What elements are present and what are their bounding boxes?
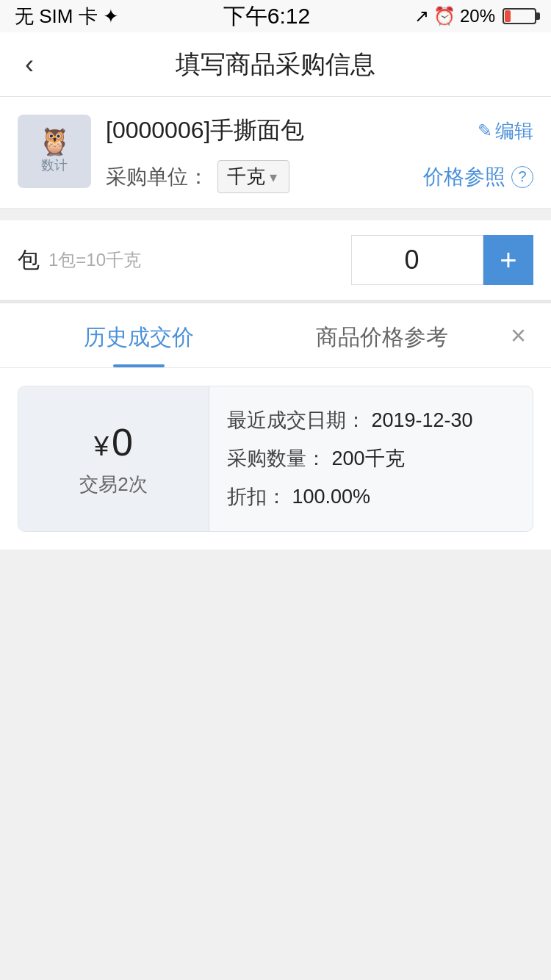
- quantity-section: 包 1包=10千克 +: [0, 220, 551, 300]
- discount-row: 折扣： 100.00%: [227, 483, 515, 511]
- tab-content-history: ¥ 0 交易2次 最近成交日期： 2019-12-30 采购数量： 200千克 …: [0, 368, 551, 550]
- qty-hint: 1包=10千克: [48, 248, 141, 272]
- price-currency: ¥: [94, 431, 109, 462]
- edit-button[interactable]: ✎ 编辑: [478, 118, 533, 144]
- tab-history-price[interactable]: 历史成交价: [18, 303, 260, 367]
- discount-value: 100.00%: [292, 486, 371, 508]
- status-right: ↗ ⏰ 20%: [414, 6, 536, 26]
- tabs-section: 历史成交价 商品价格参考 × ¥ 0 交易2次 最近成交日期： 2019-12-…: [0, 300, 551, 550]
- product-unit-row: 采购单位： 千克 ▾ 价格参照 ?: [106, 160, 533, 193]
- price-ref-button[interactable]: 价格参照 ?: [423, 163, 533, 191]
- empty-area: [0, 550, 551, 980]
- nav-bar: ‹ 填写商品采购信息: [0, 32, 551, 97]
- status-time: 下午6:12: [223, 1, 310, 32]
- price-amount: ¥ 0: [94, 420, 133, 464]
- location-icon: ↗: [414, 6, 429, 26]
- tabs-header: 历史成交价 商品价格参考 ×: [0, 303, 551, 368]
- help-icon: ?: [511, 166, 533, 188]
- edit-label: 编辑: [495, 118, 533, 144]
- discount-label: 折扣：: [227, 486, 287, 508]
- qty-unit-label: 包: [18, 245, 40, 275]
- product-header: 🦉 数计 [0000006]手撕面包 ✎ 编辑 采购单位： 千克 ▾: [18, 115, 533, 193]
- price-transactions: 交易2次: [79, 472, 147, 497]
- product-section: 🦉 数计 [0000006]手撕面包 ✎ 编辑 采购单位： 千克 ▾: [0, 97, 551, 209]
- battery-icon: [503, 8, 536, 24]
- battery-percent: 20%: [460, 6, 495, 26]
- recent-date-value: 2019-12-30: [372, 409, 473, 431]
- back-button[interactable]: ‹: [18, 42, 41, 87]
- unit-select[interactable]: 千克 ▾: [217, 160, 289, 193]
- price-card: ¥ 0 交易2次 最近成交日期： 2019-12-30 采购数量： 200千克 …: [18, 386, 533, 532]
- chevron-down-icon: ▾: [270, 168, 277, 186]
- unit-value: 千克: [227, 164, 265, 190]
- price-number: 0: [112, 420, 133, 464]
- edit-icon: ✎: [478, 120, 492, 141]
- unit-label: 采购单位：: [106, 163, 209, 191]
- quantity-plus-button[interactable]: +: [483, 235, 533, 285]
- recent-date-row: 最近成交日期： 2019-12-30: [227, 407, 515, 435]
- product-name: [0000006]手撕面包: [106, 115, 304, 147]
- tab-close-button[interactable]: ×: [503, 313, 533, 359]
- price-ref-label: 价格参照: [423, 163, 505, 191]
- product-logo-icon: 🦉: [38, 129, 71, 155]
- section-divider: [0, 209, 551, 220]
- product-info: [0000006]手撕面包 ✎ 编辑 采购单位： 千克 ▾ 价格参照 ?: [106, 115, 533, 193]
- product-logo-text: 数计: [41, 156, 68, 174]
- recent-date-label: 最近成交日期：: [227, 409, 366, 431]
- battery-fill: [505, 10, 511, 22]
- product-image: 🦉 数计: [18, 115, 91, 188]
- qty-label-area: 包 1包=10千克: [18, 245, 141, 275]
- quantity-value: 200千克: [332, 447, 405, 469]
- page-title: 填写商品采购信息: [176, 48, 375, 82]
- product-top-row: [0000006]手撕面包 ✎ 编辑: [106, 115, 533, 147]
- status-left: 无 SIM 卡 ✦: [15, 4, 119, 29]
- price-card-left: ¥ 0 交易2次: [18, 386, 209, 531]
- quantity-row: 采购数量： 200千克: [227, 445, 515, 473]
- tab-product-price-ref[interactable]: 商品价格参考: [260, 303, 503, 367]
- quantity-label: 采购数量：: [227, 447, 326, 469]
- status-bar: 无 SIM 卡 ✦ 下午6:12 ↗ ⏰ 20%: [0, 0, 551, 32]
- price-card-right: 最近成交日期： 2019-12-30 采购数量： 200千克 折扣： 100.0…: [209, 386, 533, 531]
- product-image-inner: 🦉 数计: [38, 129, 71, 174]
- quantity-input[interactable]: [351, 235, 483, 285]
- unit-left: 采购单位： 千克 ▾: [106, 160, 289, 193]
- qty-input-area: +: [351, 235, 533, 285]
- alarm-icon: ⏰: [433, 6, 455, 26]
